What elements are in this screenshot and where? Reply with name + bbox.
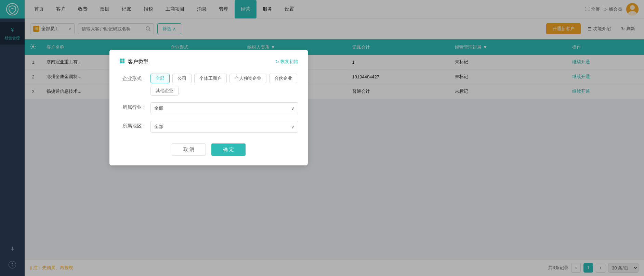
svg-rect-9: [122, 61, 124, 63]
modal-title: 客户类型: [119, 58, 148, 65]
modal-title-icon: [119, 58, 125, 65]
type-btn-company[interactable]: 公司: [172, 74, 192, 83]
industry-label: 所属行业：: [119, 102, 146, 111]
enterprise-type-buttons: 全部 公司 个体工商户 个人独资企业 合伙企业 其他企业: [150, 74, 298, 96]
type-btn-partnership[interactable]: 合伙企业: [269, 74, 297, 83]
type-btn-sole[interactable]: 个人独资企业: [229, 74, 266, 83]
type-btn-other[interactable]: 其他企业: [150, 86, 179, 96]
region-select[interactable]: 全部 ∨: [150, 121, 298, 133]
type-btn-individual[interactable]: 个体工商户: [194, 74, 227, 83]
cancel-button[interactable]: 取 消: [172, 143, 206, 156]
region-select-arrow: ∨: [291, 124, 294, 129]
svg-rect-8: [120, 61, 122, 63]
industry-content: 全部 ∨: [150, 102, 298, 114]
filter-modal-overlay: 客户类型 ↻ 恢复初始 企业形式： 全部 公司 个体工商户 个人独资企业 合伙企…: [0, 0, 644, 276]
reset-icon: ↻: [275, 59, 279, 64]
modal-footer: 取 消 确 定: [119, 143, 298, 156]
svg-rect-6: [120, 59, 122, 61]
enterprise-form-content: 全部 公司 个体工商户 个人独资企业 合伙企业 其他企业: [150, 74, 298, 96]
confirm-button[interactable]: 确 定: [211, 143, 246, 156]
svg-rect-7: [122, 59, 124, 61]
filter-modal: 客户类型 ↻ 恢复初始 企业形式： 全部 公司 个体工商户 个人独资企业 合伙企…: [109, 50, 308, 165]
industry-select-arrow: ∨: [291, 106, 294, 111]
industry-row: 所属行业： 全部 ∨: [119, 102, 298, 114]
industry-select[interactable]: 全部 ∨: [150, 102, 298, 114]
enterprise-form-label: 企业形式：: [119, 74, 146, 82]
reset-button[interactable]: ↻ 恢复初始: [275, 59, 298, 65]
region-label: 所属地区：: [119, 121, 146, 129]
region-row: 所属地区： 全部 ∨: [119, 121, 298, 133]
enterprise-form-row: 企业形式： 全部 公司 个体工商户 个人独资企业 合伙企业 其他企业: [119, 74, 298, 96]
modal-header: 客户类型 ↻ 恢复初始: [119, 58, 298, 65]
region-content: 全部 ∨: [150, 121, 298, 133]
type-btn-all[interactable]: 全部: [150, 74, 170, 83]
